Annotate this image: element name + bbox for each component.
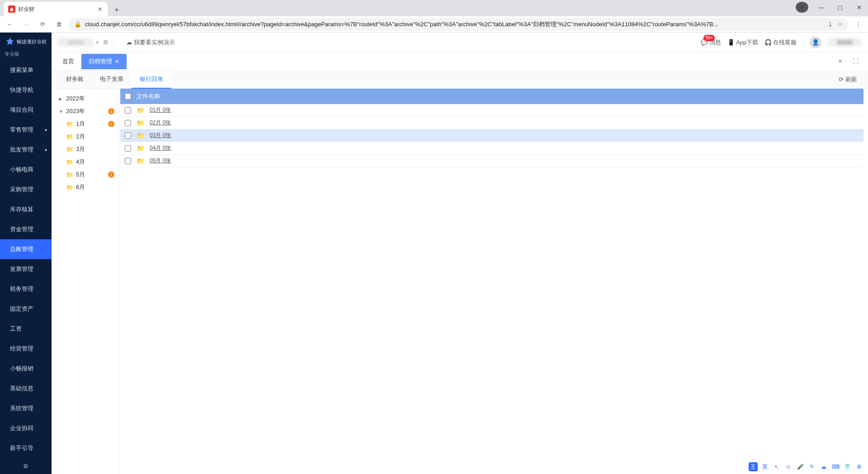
profile-icon[interactable]: ◉ (796, 2, 808, 13)
tree-month-1[interactable]: 📁 1月 i (53, 118, 117, 130)
ime-cloud-button[interactable]: ☁ (819, 462, 828, 471)
folder-icon: 📁 (66, 159, 73, 166)
table-row[interactable]: 📁 05月 0张 (120, 155, 863, 167)
ime-settings-button[interactable]: ⚙ (854, 462, 863, 471)
favicon-icon: ◆ (8, 5, 15, 13)
table-row[interactable]: 📁 04月 0张 (120, 142, 863, 155)
tree-year-2022[interactable]: ▶ 2022年 (53, 92, 117, 105)
file-link[interactable]: 02月 0张 (150, 119, 171, 127)
sidebar-item-system[interactable]: 系统管理 (0, 398, 52, 418)
tree-month-4[interactable]: 📁 4月 (53, 156, 117, 168)
messages-button[interactable]: 99+ 💬 消息 (701, 38, 721, 47)
sidebar-item-search[interactable]: 搜索菜单 (0, 60, 52, 80)
sidebar-item-quicknav[interactable]: 快捷导航 (0, 80, 52, 100)
subtab-einvoice[interactable]: 电子发票 (92, 71, 132, 89)
close-all-tabs-button[interactable]: ✕ (835, 56, 845, 67)
tree-month-2[interactable]: 📁 2月 (53, 130, 117, 143)
minimize-button[interactable]: — (815, 2, 827, 13)
address-field[interactable]: 🔒 cloud.chanjet.com/cc/u6d89qwnryel/57bf… (69, 18, 848, 31)
ime-punct-button[interactable]: •, (772, 462, 781, 471)
demo-link[interactable]: ☁ 我要看实例演示 (126, 38, 175, 47)
tree-month-3[interactable]: 📁 3月 (53, 143, 117, 156)
online-service-button[interactable]: 🎧 在线客服 (764, 38, 797, 47)
sidebar-item-ledger[interactable]: 总账管理 (0, 239, 52, 259)
sidebar-item-inventory[interactable]: 库存核算 (0, 199, 52, 219)
phone-icon: 📱 (727, 39, 735, 46)
chevron-down-icon: ▾ (45, 147, 47, 152)
sidebar-item-baseinfo[interactable]: 基础信息 (0, 379, 52, 398)
tab-home[interactable]: 首页 (55, 54, 81, 69)
fullscreen-button[interactable]: ⛶ (850, 56, 861, 67)
ime-mic-button[interactable]: 🎤 (796, 462, 805, 471)
app-download-button[interactable]: 📱 App下载 (727, 38, 758, 47)
browser-tab[interactable]: ◆ 好业财 ✕ (4, 2, 108, 16)
subtab-bank[interactable]: 银行回单 (132, 71, 171, 89)
select-all-checkbox[interactable] (125, 93, 131, 100)
ime-cn-button[interactable]: 王 (749, 462, 758, 471)
file-link[interactable]: 05月 0张 (150, 157, 171, 165)
file-link[interactable]: 04月 0张 (150, 144, 171, 152)
ime-keyboard-button[interactable]: ⌨ (831, 462, 840, 471)
reload-button[interactable]: ⟳ (36, 18, 49, 31)
caret-right-icon: ▶ (59, 96, 63, 101)
sidebar-item-operation[interactable]: 经营管理 (0, 339, 52, 359)
tree-month-5[interactable]: 📁 5月 i (53, 168, 117, 181)
sidebar-item-purchase[interactable]: 采购管理 (0, 180, 52, 199)
close-window-button[interactable]: ✕ (853, 2, 865, 13)
menu-dots-icon[interactable]: ⋮ (852, 18, 864, 31)
ime-lang-button[interactable]: 英 (760, 462, 769, 471)
sidebar-item-tax[interactable]: 税务管理 (0, 279, 52, 299)
delete-icon[interactable]: 🗑 (52, 18, 65, 31)
sidebar-item-retail[interactable]: 零售管理▾ (0, 120, 52, 140)
folder-icon: 📁 (137, 107, 144, 114)
row-checkbox[interactable] (125, 120, 131, 126)
tree-year-2023[interactable]: ▼ 2023年 i (53, 105, 117, 118)
row-checkbox[interactable] (125, 145, 131, 152)
table-row[interactable]: 📁 03月 0张 (120, 129, 863, 142)
folder-icon: 📁 (137, 145, 144, 152)
refresh-button[interactable]: ⟳ 刷新 (839, 76, 862, 84)
forward-button[interactable]: → (20, 18, 33, 31)
table-row[interactable]: 📁 01月 0张 (120, 104, 863, 117)
app-root: 畅捷通好业财 专业版 搜索菜单 快捷导航 项目合同 零售管理▾ 批发管理▾ 小畅… (0, 33, 868, 474)
ime-skin-button[interactable]: 👕 (843, 462, 852, 471)
sidebar-settings-button[interactable]: ⚙ (0, 458, 52, 474)
sidebar-item-salary[interactable]: 工资 (0, 319, 52, 339)
close-icon[interactable]: ✕ (115, 58, 119, 65)
org-selector[interactable]: XXXX ▾ (58, 38, 99, 47)
star-icon[interactable]: ☆ (837, 21, 843, 28)
back-button[interactable]: ← (4, 18, 16, 31)
file-link[interactable]: 03月 0张 (150, 132, 171, 139)
close-icon[interactable]: ✕ (97, 6, 103, 12)
logo-text-2: 专业版 (0, 51, 52, 60)
sidebar-item-collab[interactable]: 企业协同 (0, 418, 52, 438)
ime-edit-button[interactable]: ✎ (807, 462, 816, 471)
install-icon[interactable]: ⤓ (828, 21, 833, 28)
new-tab-button[interactable]: + (110, 4, 123, 16)
table-row[interactable]: 📁 02月 0张 (120, 117, 863, 129)
sidebar-item-expense[interactable]: 小畅报销 (0, 359, 52, 379)
sidebar-item-wholesale[interactable]: 批发管理▾ (0, 140, 52, 160)
row-checkbox[interactable] (125, 158, 131, 164)
ime-emoji-button[interactable]: ☺ (784, 462, 793, 471)
maximize-button[interactable]: ▢ (834, 2, 846, 13)
sidebar-item-project[interactable]: 项目合同 (0, 100, 52, 120)
tree-month-6[interactable]: 📁 6月 (53, 181, 117, 194)
sidebar-item-funds[interactable]: 资金管理 (0, 219, 52, 239)
lock-icon: 🔒 (74, 21, 81, 28)
sidebar-item-guide[interactable]: 新手引导 (0, 438, 52, 458)
folder-icon: 📁 (66, 121, 73, 128)
subtab-finance[interactable]: 财务账 (58, 71, 92, 89)
row-checkbox[interactable] (125, 107, 131, 114)
sidebar-item-invoice[interactable]: 发票管理 (0, 259, 52, 279)
tab-archive[interactable]: 归档管理 ✕ (81, 54, 127, 69)
caret-down-icon: ▼ (59, 109, 63, 114)
sidebar-item-fixedassets[interactable]: 固定资产 (0, 299, 52, 319)
info-badge-icon: i (108, 121, 114, 127)
file-link[interactable]: 01月 0张 (150, 106, 171, 114)
gear-icon[interactable]: ⚙ (103, 39, 108, 46)
row-checkbox[interactable] (125, 133, 131, 139)
url-bar: ← → ⟳ 🗑 🔒 cloud.chanjet.com/cc/u6d89qwnr… (0, 16, 868, 33)
avatar[interactable]: 👤 (810, 37, 821, 48)
sidebar-item-ecommerce[interactable]: 小畅电商 (0, 160, 52, 180)
